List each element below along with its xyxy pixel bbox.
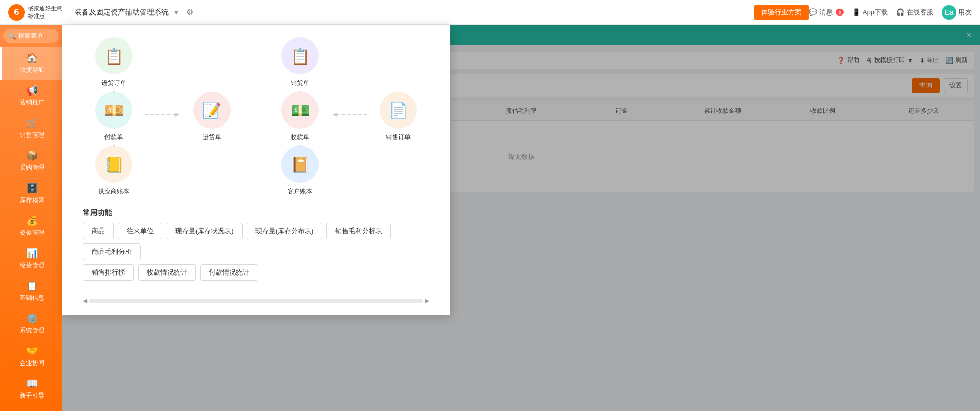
system-title: 装备及固定资产辅助管理系统 ▼ ⚙ <box>74 7 748 17</box>
logo-area: 6 畅康通好生意 标准版 <box>8 4 70 21</box>
inventory-icon: 🗄️ <box>26 182 38 194</box>
sidebar-item-purchase[interactable]: 📦 采购管理 <box>0 145 62 177</box>
sidebar: 🔍 搜索菜单 🏠 快捷导航 📢 营销推广 🛒 销售管理 📦 采购管理 🗄️ 库存… <box>0 25 62 411</box>
scrollbar-track[interactable] <box>89 299 423 303</box>
flow-section: 📋 进货订单 ↓ 💴 付款单 ↓ 📒 供应商账本 <box>62 25 450 204</box>
sales-order-circle[interactable]: 📄 <box>380 92 417 129</box>
user-item[interactable]: Ea 用友 <box>942 5 972 20</box>
search-menu[interactable]: 🔍 搜索菜单 <box>3 29 59 43</box>
scroll-right-icon[interactable]: ▶ <box>425 297 429 305</box>
func-btn-sales-gross[interactable]: 销售毛利分析表 <box>326 223 391 239</box>
app-download-item[interactable]: 📱 App下载 <box>852 8 888 17</box>
sidebar-item-quick-nav[interactable]: 🏠 快捷导航 <box>0 47 62 80</box>
sidebar-item-sales[interactable]: 🛒 销售管理 <box>0 112 62 145</box>
trial-button[interactable]: 体验行业方案 <box>754 5 809 20</box>
basic-info-icon: 📋 <box>26 280 38 292</box>
quick-nav-modal: 📋 进货订单 ↓ 💴 付款单 ↓ 📒 供应商账本 <box>62 25 450 315</box>
sidebar-item-system[interactable]: ⚙️ 系统管理 <box>0 308 62 340</box>
func-btn-counterpart[interactable]: 往来单位 <box>118 223 162 239</box>
receipt-circle[interactable]: 💵 <box>281 92 319 129</box>
sidebar-item-inventory[interactable]: 🗄️ 库存核算 <box>0 177 62 210</box>
message-item[interactable]: 💬 消息 5 <box>809 8 844 17</box>
arrow-rtl-1: ◄ <box>331 102 367 132</box>
message-badge: 5 <box>836 9 844 16</box>
service-icon: 🎧 <box>896 8 904 16</box>
home-icon: 🏠 <box>26 52 38 64</box>
dashed-arrow-2 <box>336 114 367 115</box>
flow-node-sales-order[interactable]: 📄 销售订单 <box>367 92 429 142</box>
avatar: Ea <box>942 5 956 20</box>
flow-third-col: 📋 销货单 ↓ 💵 收款单 ↓ 📔 客户账本 <box>269 37 331 196</box>
operation-icon: 📊 <box>26 248 38 259</box>
customer-account-circle[interactable]: 📔 <box>281 146 319 183</box>
flow-left-col: 📋 进货订单 ↓ 💴 付款单 ↓ 📒 供应商账本 <box>83 37 145 196</box>
marketing-icon: 📢 <box>26 85 38 96</box>
sales-icon: 🛒 <box>26 117 38 129</box>
sidebar-item-guide[interactable]: 📖 新手引导 <box>0 373 62 405</box>
message-icon: 💬 <box>809 8 817 16</box>
func-buttons-row-2: 销售排行榜 收款情况统计 付款情况统计 <box>83 264 429 281</box>
func-btn-stock-dist[interactable]: 现存量(库存分布表) <box>247 223 323 239</box>
system-dropdown-icon[interactable]: ▼ <box>173 8 180 17</box>
payment-circle[interactable]: 💴 <box>95 92 132 129</box>
flow-fourth-col: 📄 销售订单 <box>367 92 429 142</box>
dashed-arrow-1 <box>145 114 176 115</box>
sales-order-label: 销售订单 <box>386 133 411 142</box>
purchase-order-circle[interactable]: 📋 <box>95 37 132 74</box>
flow-node-supplier-account[interactable]: 📒 供应商账本 <box>83 146 145 196</box>
sidebar-item-finance[interactable]: 💰 资金管理 <box>0 210 62 242</box>
sidebar-item-basic-info[interactable]: 📋 基础信息 <box>0 275 62 308</box>
func-btn-payment-stats[interactable]: 付款情况统计 <box>200 264 258 281</box>
settings-icon[interactable]: ⚙ <box>186 7 193 17</box>
guide-icon: 📖 <box>26 378 38 389</box>
flow-node-sales-invoice[interactable]: 📋 销货单 <box>269 37 331 87</box>
func-btn-product[interactable]: 商品 <box>83 223 114 239</box>
supplier-account-circle[interactable]: 📒 <box>95 146 132 183</box>
flow-node-payment[interactable]: 💴 付款单 <box>83 92 145 142</box>
download-icon: 📱 <box>852 8 861 16</box>
search-icon: 🔍 <box>8 33 16 40</box>
flow-node-purchase-receipt[interactable]: 📝 进货单 <box>181 92 243 142</box>
online-service-item[interactable]: 🎧 在线客服 <box>896 8 933 17</box>
scroll-left-icon[interactable]: ◀ <box>83 297 87 305</box>
header-right: 💬 消息 5 📱 App下载 🎧 在线客服 Ea 用友 <box>809 5 972 20</box>
func-btn-stock-status[interactable]: 现存量(库存状况表) <box>167 223 243 239</box>
system-icon: ⚙️ <box>26 313 38 324</box>
func-buttons-row-1: 商品 往来单位 现存量(库存状况表) 现存量(库存分布表) 销售毛利分析表 商品… <box>83 223 429 260</box>
purchase-receipt-label: 进货单 <box>203 133 221 142</box>
arrow-ltr-1: ► <box>145 102 181 132</box>
customer-account-label: 客户账本 <box>288 187 312 196</box>
supplier-account-label: 供应商账本 <box>98 187 129 196</box>
flow-node-purchase-order[interactable]: 📋 进货订单 <box>83 37 145 87</box>
purchase-icon: 📦 <box>26 150 38 161</box>
sidebar-item-marketing[interactable]: 📢 营销推广 <box>0 80 62 112</box>
sidebar-item-enterprise[interactable]: 🤝 企业协同 <box>0 340 62 373</box>
purchase-receipt-circle[interactable]: 📝 <box>193 92 231 129</box>
modal-scrollbar: ◀ ▶ <box>62 293 450 305</box>
flow-second-col: 📝 进货单 <box>181 92 243 142</box>
func-btn-receipt-stats[interactable]: 收款情况统计 <box>138 264 196 281</box>
logo-text: 畅康通好生意 标准版 <box>28 5 62 20</box>
flow-top-row: 📋 进货订单 ↓ 💴 付款单 ↓ 📒 供应商账本 <box>83 37 429 196</box>
func-btn-product-gross[interactable]: 商品毛利分析 <box>83 243 141 260</box>
func-title: 常用功能 <box>83 208 429 218</box>
finance-icon: 💰 <box>26 215 38 226</box>
flow-node-receipt[interactable]: 💵 收款单 <box>269 92 331 142</box>
flow-node-customer-account[interactable]: 📔 客户账本 <box>269 146 331 196</box>
sales-invoice-circle[interactable]: 📋 <box>281 37 319 74</box>
top-header: 6 畅康通好生意 标准版 装备及固定资产辅助管理系统 ▼ ⚙ 体验行业方案 💬 … <box>0 0 980 25</box>
logo-icon: 6 <box>8 4 25 21</box>
func-section: 常用功能 商品 往来单位 现存量(库存状况表) 现存量(库存分布表) 销售毛利分… <box>62 204 450 293</box>
func-btn-sales-ranking[interactable]: 销售排行榜 <box>83 264 134 281</box>
enterprise-icon: 🤝 <box>26 345 38 357</box>
sidebar-item-operation[interactable]: 📊 经营管理 <box>0 242 62 275</box>
